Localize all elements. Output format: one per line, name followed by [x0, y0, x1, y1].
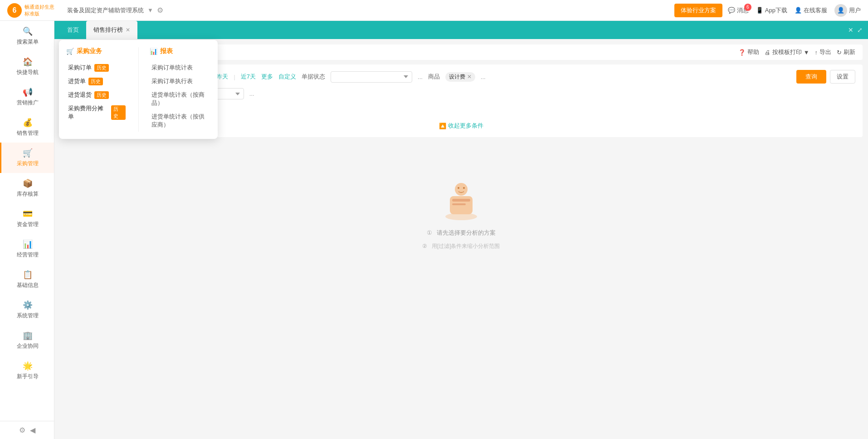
- set-btn[interactable]: 设置: [830, 70, 855, 84]
- sidebar-icon-search: 🔍: [23, 26, 33, 36]
- export-icon: ↑: [815, 49, 818, 56]
- empty-hint2: ② 用[过滤]条件来缩小分析范围: [422, 242, 500, 250]
- sidebar-label-basic: 基础信息: [17, 281, 39, 289]
- collapse-up-icon: 🔼: [439, 123, 446, 129]
- report-item-label: 采购订单统计表: [151, 64, 193, 72]
- svg-point-6: [463, 187, 465, 189]
- tab-maximize-icon[interactable]: ⤢: [857, 26, 863, 34]
- purchase-item-进货退货[interactable]: 进货退货历史: [66, 88, 127, 102]
- logo-area: 6 畅通道好生意 标准版: [7, 3, 62, 18]
- settings-gear-icon[interactable]: ⚙: [157, 6, 163, 15]
- sidebar-icon-finance: 💳: [23, 209, 33, 219]
- purchase-item-进货单[interactable]: 进货单历史: [66, 74, 127, 88]
- sidebar-settings-icon[interactable]: ⚙: [19, 426, 25, 434]
- export-btn[interactable]: ↑ 导出: [815, 48, 832, 56]
- sidebar-icon-system: ⚙️: [23, 300, 33, 310]
- refresh-btn[interactable]: ↻ 刷新: [837, 48, 855, 56]
- purchase-item-label: 进货退货: [68, 91, 92, 99]
- print-icon: 🖨: [765, 49, 770, 56]
- industry-btn[interactable]: 体验行业方案: [674, 4, 722, 17]
- sidebar-item-finance[interactable]: 💳资金管理: [0, 203, 54, 234]
- sidebar-item-operation[interactable]: 📊经营管理: [0, 234, 54, 264]
- sidebar-icon-marketing: 📢: [23, 87, 33, 97]
- empty-hint1: ① 请先选择要分析的方案: [427, 229, 496, 237]
- hist-badge: 历史: [111, 105, 126, 120]
- sidebar-item-guide[interactable]: 🌟新手引导: [0, 355, 54, 386]
- query-btn[interactable]: 查询: [796, 70, 826, 84]
- report-icon: 📊: [150, 48, 157, 55]
- goods-tag: 设计费 ✕: [445, 72, 475, 82]
- tab-销售排行榜[interactable]: 销售排行榜✕: [86, 21, 137, 39]
- print-btn[interactable]: 🖨 按模板打印 ▼: [765, 48, 809, 56]
- sidebar-label-inventory: 库存核算: [17, 190, 39, 198]
- sidebar-item-purchase[interactable]: 🛒采购管理: [0, 143, 54, 173]
- goods-label: 商品: [428, 73, 440, 81]
- tab-close-all-icon[interactable]: ✕: [848, 26, 853, 34]
- sidebar-item-search[interactable]: 🔍搜索菜单: [0, 21, 54, 51]
- sidebar-item-sales[interactable]: 💰销售管理: [0, 112, 54, 143]
- sidebar-icon-operation: 📊: [23, 239, 33, 249]
- svg-rect-2: [452, 199, 470, 202]
- sidebar-item-basic[interactable]: 📋基础信息: [0, 264, 54, 295]
- sidebar-item-system[interactable]: ⚙️系统管理: [0, 295, 54, 325]
- sidebar-label-quick: 快捷导航: [17, 69, 39, 76]
- more-date-btn[interactable]: 更多: [261, 73, 273, 81]
- status-dots[interactable]: ...: [418, 74, 423, 80]
- report-col-title: 📊 报表: [150, 47, 211, 55]
- filter-tools: 查询 设置: [796, 70, 855, 84]
- report-item-采购订单执行表[interactable]: 采购订单执行表: [150, 74, 211, 88]
- sidebar-label-purchase: 采购管理: [17, 160, 39, 168]
- sidebar-icon-basic: 📋: [23, 270, 33, 280]
- salesperson-dots[interactable]: ...: [249, 90, 254, 97]
- empty-illustration: [439, 178, 484, 223]
- svg-point-5: [458, 187, 459, 189]
- custom-btn[interactable]: 自定义: [278, 73, 296, 81]
- service-btn[interactable]: 👤 在线客服: [795, 6, 827, 15]
- sidebar-item-enterprise[interactable]: 🏢企业协同: [0, 325, 54, 355]
- user-btn[interactable]: 👤 用户: [834, 4, 861, 17]
- hist-badge: 历史: [94, 91, 109, 99]
- sidebar-item-inventory[interactable]: 📦库存核算: [0, 173, 54, 203]
- goods-tag-close[interactable]: ✕: [467, 74, 472, 80]
- hist-badge: 历史: [94, 64, 109, 72]
- report-item-进货单统计表（按供应商）[interactable]: 进货单统计表（按供应商）: [150, 110, 211, 132]
- sidebar: 🔍搜索菜单🏠快捷导航📢营销推广💰销售管理🛒采购管理📦库存核算💳资金管理📊经营管理…: [0, 21, 54, 439]
- tab-label: 销售排行榜: [93, 26, 123, 34]
- status-label: 单据状态: [302, 73, 325, 81]
- help-icon: ❓: [738, 49, 746, 56]
- dropdown-menu: 🛒 采购业务 采购订单历史进货单历史进货退货历史采购费用分摊单历史 📊 报表 采…: [59, 40, 218, 139]
- report-item-采购订单统计表[interactable]: 采购订单统计表: [150, 61, 211, 74]
- tab-close-icon[interactable]: ✕: [126, 27, 130, 33]
- collapse-btn[interactable]: 🔼 收起更多条件: [437, 120, 485, 132]
- goods-dots[interactable]: ...: [481, 74, 486, 80]
- report-item-进货单统计表（按商品）[interactable]: 进货单统计表（按商品）: [150, 88, 211, 110]
- tabbar: 首页销售排行榜✕ ✕ ⤢: [54, 21, 868, 39]
- tab-首页[interactable]: 首页: [60, 21, 86, 39]
- topbar-right: 💬 消息 6 📱 App下载 👤 在线客服 👤 用户: [728, 4, 861, 17]
- help-btn[interactable]: ❓ 帮助: [738, 48, 759, 56]
- svg-point-4: [455, 183, 468, 196]
- yesterday-btn[interactable]: 昨天: [216, 73, 228, 81]
- sidebar-label-system: 系统管理: [17, 312, 39, 320]
- sidebar-item-quick[interactable]: 🏠快捷导航: [0, 51, 54, 82]
- report-item-label: 进货单统计表（按供应商）: [151, 113, 209, 129]
- app-download-btn[interactable]: 📱 App下载: [756, 6, 787, 15]
- sidebar-icon-quick: 🏠: [23, 57, 33, 67]
- purchase-col: 🛒 采购业务 采购订单历史进货单历史进货退货历史采购费用分摊单历史: [66, 47, 127, 132]
- week-btn[interactable]: 近7天: [241, 73, 256, 81]
- title-arrow: ▼: [147, 7, 153, 14]
- purchase-item-采购订单[interactable]: 采购订单历史: [66, 61, 127, 74]
- sidebar-label-search: 搜索菜单: [17, 38, 39, 46]
- tabbar-right: ✕ ⤢: [848, 26, 863, 34]
- sidebar-item-marketing[interactable]: 📢营销推广: [0, 82, 54, 112]
- purchase-item-label: 进货单: [68, 77, 86, 85]
- purchase-item-采购费用分摊单[interactable]: 采购费用分摊单历史: [66, 102, 127, 123]
- sidebar-icon-enterprise: 🏢: [23, 330, 33, 340]
- sidebar-label-marketing: 营销推广: [17, 99, 39, 107]
- sidebar-label-sales: 销售管理: [17, 129, 39, 137]
- sidebar-collapse-icon[interactable]: ◀: [30, 426, 35, 434]
- sidebar-icon-inventory: 📦: [23, 178, 33, 188]
- logo-text: 畅通道好生意 标准版: [24, 4, 54, 17]
- message-btn[interactable]: 💬 消息 6: [728, 6, 749, 15]
- status-select[interactable]: [331, 71, 412, 83]
